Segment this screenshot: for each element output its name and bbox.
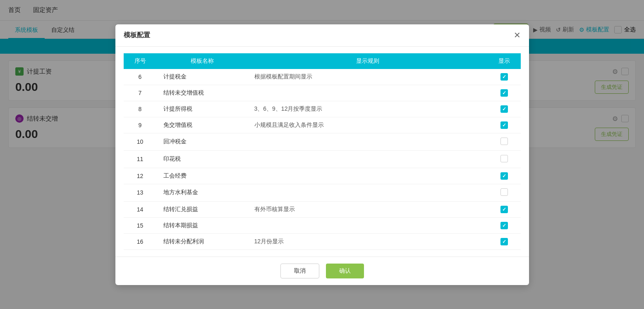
cell-show[interactable] [488, 150, 521, 168]
row-checkbox[interactable] [500, 155, 508, 162]
cell-rule: 小规模且满足收入条件显示 [248, 117, 488, 133]
row-checkbox[interactable] [500, 121, 508, 129]
cell-seq: 9 [124, 117, 157, 133]
cell-show[interactable] [488, 101, 521, 117]
col-header-rule: 显示规则 [248, 53, 488, 69]
cell-seq: 10 [124, 133, 157, 150]
col-header-name: 模板名称 [157, 53, 248, 69]
table-row: 12工会经费 [124, 168, 521, 184]
cell-name: 结转未交增值税 [157, 85, 248, 101]
cell-seq: 16 [124, 233, 157, 250]
table-row: 16结转未分配利润12月份显示 [124, 233, 521, 250]
cell-show[interactable] [488, 85, 521, 101]
cell-name: 计提所得税 [157, 101, 248, 117]
cancel-button[interactable]: 取消 [280, 264, 319, 278]
table-header-row: 序号 模板名称 显示规则 显示 [124, 53, 521, 69]
cell-rule: 12月份显示 [248, 233, 488, 250]
modal-template-config: 模板配置 ✕ 序号 模板名称 显示规则 显示 6计提税金根据模板配置期间显示7结… [115, 24, 529, 285]
table-row: 8计提所得税3、6、9、12月按季度显示 [124, 101, 521, 117]
table-row: 6计提税金根据模板配置期间显示 [124, 69, 521, 85]
cell-seq: 6 [124, 69, 157, 85]
cell-rule: 3、6、9、12月按季度显示 [248, 101, 488, 117]
cell-name: 回冲税金 [157, 133, 248, 150]
cell-rule [248, 184, 488, 201]
cell-name: 免交增值税 [157, 117, 248, 133]
table-row: 14结转汇兑损益有外币核算显示 [124, 201, 521, 217]
row-checkbox[interactable] [500, 238, 508, 245]
row-checkbox[interactable] [500, 138, 508, 145]
table-row: 10回冲税金 [124, 133, 521, 150]
row-checkbox[interactable] [500, 89, 508, 97]
cell-rule [248, 150, 488, 168]
cell-seq: 12 [124, 168, 157, 184]
modal-footer: 取消 确认 [115, 257, 529, 285]
cell-rule: 根据模板配置期间显示 [248, 69, 488, 85]
cell-show[interactable] [488, 201, 521, 217]
cell-show[interactable] [488, 217, 521, 233]
modal-body: 序号 模板名称 显示规则 显示 6计提税金根据模板配置期间显示7结转未交增值税8… [115, 47, 529, 257]
config-table: 序号 模板名称 显示规则 显示 6计提税金根据模板配置期间显示7结转未交增值税8… [124, 53, 521, 250]
row-checkbox[interactable] [500, 105, 508, 113]
cell-name: 地方水利基金 [157, 184, 248, 201]
modal-header: 模板配置 ✕ [115, 24, 529, 47]
cell-rule [248, 133, 488, 150]
cell-rule [248, 168, 488, 184]
cell-rule [248, 85, 488, 101]
cell-show[interactable] [488, 117, 521, 133]
table-row: 13地方水利基金 [124, 184, 521, 201]
cell-show[interactable] [488, 233, 521, 250]
cell-seq: 15 [124, 217, 157, 233]
cell-seq: 8 [124, 101, 157, 117]
cell-name: 工会经费 [157, 168, 248, 184]
cell-seq: 14 [124, 201, 157, 217]
cell-seq: 13 [124, 184, 157, 201]
cell-seq: 7 [124, 85, 157, 101]
row-checkbox[interactable] [500, 188, 508, 196]
cell-name: 印花税 [157, 150, 248, 168]
cell-show[interactable] [488, 69, 521, 85]
cell-seq: 11 [124, 150, 157, 168]
row-checkbox[interactable] [500, 222, 508, 229]
row-checkbox[interactable] [500, 206, 508, 213]
table-row: 11印花税 [124, 150, 521, 168]
cell-rule [248, 217, 488, 233]
table-row: 15结转本期损益 [124, 217, 521, 233]
col-header-show: 显示 [488, 53, 521, 69]
cell-show[interactable] [488, 184, 521, 201]
cell-name: 计提税金 [157, 69, 248, 85]
config-table-body: 6计提税金根据模板配置期间显示7结转未交增值税8计提所得税3、6、9、12月按季… [124, 69, 521, 250]
modal-title: 模板配置 [124, 31, 150, 40]
table-row: 9免交增值税小规模且满足收入条件显示 [124, 117, 521, 133]
row-checkbox[interactable] [500, 172, 508, 180]
confirm-button[interactable]: 确认 [326, 264, 364, 278]
cell-show[interactable] [488, 168, 521, 184]
table-row: 7结转未交增值税 [124, 85, 521, 101]
row-checkbox[interactable] [500, 73, 508, 81]
modal-close-button[interactable]: ✕ [514, 31, 521, 39]
cell-name: 结转本期损益 [157, 217, 248, 233]
modal-overlay[interactable]: 模板配置 ✕ 序号 模板名称 显示规则 显示 6计提税金根据模板配置期间显示7结… [0, 0, 644, 309]
cell-rule: 有外币核算显示 [248, 201, 488, 217]
col-header-seq: 序号 [124, 53, 157, 69]
cell-name: 结转汇兑损益 [157, 201, 248, 217]
cell-show[interactable] [488, 133, 521, 150]
cell-name: 结转未分配利润 [157, 233, 248, 250]
